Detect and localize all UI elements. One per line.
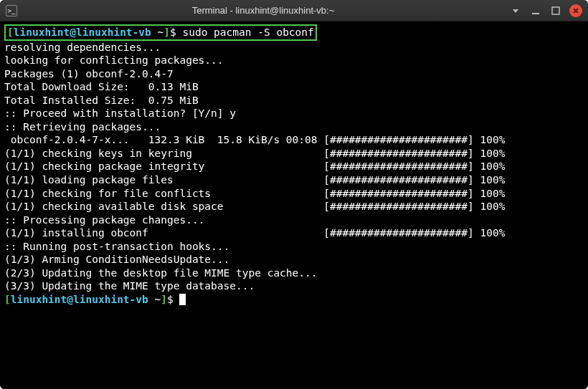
close-button[interactable] [569, 4, 582, 17]
window-controls [509, 4, 582, 17]
terminal-content[interactable]: [linuxhint@linuxhint-vb ~]$ sudo pacman … [0, 21, 588, 389]
maximize-button[interactable] [549, 4, 562, 17]
prompt-line-2: [linuxhint@linuxhint-vb ~]$ [4, 293, 584, 307]
prompt-symbol: $ [170, 27, 182, 38]
svg-marker-0 [513, 9, 518, 13]
output-line: obconf-2.0.4-7-x... 132.3 KiB 15.8 KiB/s… [4, 133, 584, 147]
output-line: Total Installed Size: 0.75 MiB [4, 94, 584, 107]
path: ~ [148, 294, 161, 305]
output-line: :: Retrieving packages... [4, 120, 584, 134]
output-line: :: Proceed with installation? [Y/n] y [4, 107, 584, 120]
prompt-symbol: $ [167, 294, 179, 305]
menu-button[interactable] [509, 4, 522, 17]
output-line: (1/1) installing obconf [###############… [4, 226, 584, 240]
output-line: :: Processing package changes... [4, 213, 584, 227]
user-host: linuxhint@linuxhint-vb [11, 294, 148, 305]
output-line: (1/3) Arming ConditionNeedsUpdate... [4, 253, 584, 266]
output-line: (1/1) checking package integrity [######… [4, 160, 584, 173]
output-line: (1/1) checking keys in keyring [########… [4, 147, 584, 160]
terminal-window: >_ Terminal - linuxhint@linuxhint-vb:~ [… [0, 0, 588, 389]
output-line: (1/1) checking for file conflicts [#####… [4, 187, 584, 201]
user-host: linuxhint@linuxhint-vb [14, 27, 151, 38]
minimize-button[interactable] [529, 4, 542, 17]
output-line: :: Running post-transaction hooks... [4, 240, 584, 254]
svg-rect-1 [532, 13, 539, 14]
terminal-icon: >_ [6, 5, 17, 16]
bracket: [ [7, 27, 14, 38]
output-line: resolving dependencies... [4, 41, 584, 54]
output-line: (1/1) checking available disk space [###… [4, 200, 584, 213]
output-line: (3/3) Updating the MIME type database... [4, 279, 584, 293]
titlebar[interactable]: >_ Terminal - linuxhint@linuxhint-vb:~ [0, 0, 588, 21]
output-line: (1/1) loading package files [###########… [4, 173, 584, 187]
bracket: ] [163, 27, 170, 38]
output-line: Total Download Size: 0.13 MiB [4, 80, 584, 94]
prompt-line-1: [linuxhint@linuxhint-vb ~]$ sudo pacman … [4, 24, 584, 41]
bracket: ] [161, 294, 167, 305]
path: ~ [151, 27, 163, 38]
output-line: (2/3) Updating the desktop file MIME typ… [4, 266, 584, 280]
command-text: sudo pacman -S obconf [182, 27, 313, 38]
output-line: looking for conflicting packages... [4, 54, 584, 67]
cursor [179, 294, 186, 305]
bracket: [ [4, 294, 11, 305]
svg-rect-2 [552, 7, 559, 14]
window-title: Terminal - linuxhint@linuxhint-vb:~ [17, 5, 509, 16]
output-line: Packages (1) obconf-2.0.4-7 [4, 67, 584, 81]
